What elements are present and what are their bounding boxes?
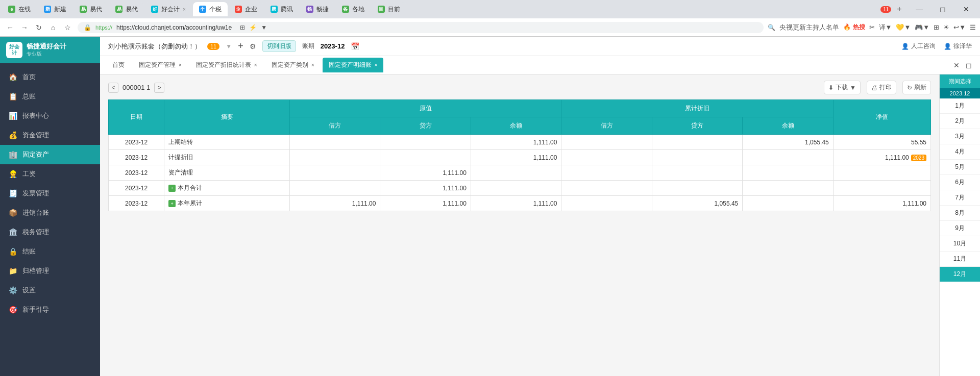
forward-button[interactable]: → xyxy=(18,21,31,34)
switch-version-button[interactable]: 切到旧版 xyxy=(262,40,296,52)
sidebar-item-archive[interactable]: 📁归档管理 xyxy=(0,261,100,281)
period-month-11月[interactable]: 11月 xyxy=(940,252,980,267)
reload-button[interactable]: ↻ xyxy=(33,21,45,34)
sidebar-item-funds[interactable]: 💰资金管理 xyxy=(0,126,100,145)
sidebar-item-closing[interactable]: 🔒结账 xyxy=(0,242,100,261)
new-tab-button[interactable]: + xyxy=(892,2,906,16)
add-account-button[interactable]: + xyxy=(238,41,243,52)
dropdown-icon[interactable]: ▼ xyxy=(261,24,267,31)
sidebar-item-home[interactable]: 🏠首页 xyxy=(0,67,100,87)
browser-tab-t8[interactable]: 腾腾讯 xyxy=(264,2,299,16)
table-toolbar: < 000001 1 > ⬇ 下载 ▼ 🖨 打印 xyxy=(108,81,931,94)
period-month-12月[interactable]: 12月 xyxy=(940,267,980,282)
browser-tab-t10[interactable]: 各各地 xyxy=(336,2,371,16)
period-month-3月[interactable]: 3月 xyxy=(940,129,980,144)
close-browser-button[interactable]: ✕ xyxy=(954,0,978,18)
page-tab-close-icon[interactable]: × xyxy=(375,62,378,68)
sidebar-item-ledger[interactable]: 📋总账 xyxy=(0,87,100,106)
browser-tab-t2[interactable]: 新新建 xyxy=(38,2,72,16)
sidebar-navigation: 🏠首页📋总账📊报表中心💰资金管理🏢固定资产👷工资🧾发票管理📦进销台账🏛️税务管理… xyxy=(0,63,100,376)
table-cell: 上期结转 xyxy=(164,135,290,150)
table-cell xyxy=(561,150,652,165)
period-month-9月[interactable]: 9月 xyxy=(940,221,980,236)
menu-icon[interactable]: ☰ xyxy=(970,23,976,31)
minimize-button[interactable]: — xyxy=(908,0,931,18)
page-tab-close-icon[interactable]: × xyxy=(179,62,182,68)
restore-button[interactable]: ◻ xyxy=(931,0,954,18)
undo-icon[interactable]: ↩▼ xyxy=(953,23,966,31)
download-dropdown-icon: ▼ xyxy=(850,84,856,91)
back-button[interactable]: ← xyxy=(4,21,16,34)
col-depreciation: 累计折旧 xyxy=(561,100,833,117)
table-cell xyxy=(380,150,471,165)
sidebar-item-guide[interactable]: 🎯新手引导 xyxy=(0,300,100,319)
browser-tab-t4[interactable]: 易易代 xyxy=(109,2,144,16)
translate-icon[interactable]: 译▼ xyxy=(879,23,892,32)
page-tab-asset-category[interactable]: 固定资产类别× xyxy=(265,58,321,72)
period-month-7月[interactable]: 7月 xyxy=(940,190,980,206)
settings-button[interactable]: ⚙ xyxy=(250,42,256,51)
closing-icon: 🔒 xyxy=(8,247,17,256)
browser-tab-t3[interactable]: 易易代 xyxy=(74,2,108,16)
ledger-icon: 📋 xyxy=(8,92,17,101)
table-cell: 2023-12 xyxy=(109,196,164,211)
sidebar-item-invoice[interactable]: 🧾发票管理 xyxy=(0,184,100,203)
period-month-10月[interactable]: 10月 xyxy=(940,236,980,252)
customer-service-button[interactable]: 👤 人工咨询 xyxy=(901,42,936,51)
tab-collapse-button[interactable]: ✕ xyxy=(951,60,962,70)
browser-tab-t11[interactable]: 目目前 xyxy=(372,2,406,16)
grid-icon[interactable]: ⊞ xyxy=(934,23,939,31)
page-tab-asset-detail[interactable]: 固定资产明细账× xyxy=(323,58,384,72)
url-display[interactable]: https://cloud.chanjet.com/accounting/uw1… xyxy=(116,24,232,31)
sidebar-item-salary[interactable]: 👷工资 xyxy=(0,164,100,184)
page-tab-close-icon[interactable]: × xyxy=(254,62,257,68)
page-tab-fixed-asset-mgmt[interactable]: 固定资产管理× xyxy=(133,58,188,72)
table-row: 2023-12+本年累计1,111.001,111.001,111.001,05… xyxy=(109,196,931,211)
tab-close-icon[interactable]: × xyxy=(183,7,186,12)
period-month-6月[interactable]: 6月 xyxy=(940,175,980,190)
prev-page-button[interactable]: < xyxy=(108,83,118,93)
page-tab-depreciation-stats[interactable]: 固定资产折旧统计表× xyxy=(190,58,263,72)
bookmark-button[interactable]: ☆ xyxy=(61,21,74,34)
tab-expand-button[interactable]: ◻ xyxy=(964,60,974,70)
next-page-button[interactable]: > xyxy=(154,83,164,93)
browser-tab-t6[interactable]: 个个税 xyxy=(193,2,228,16)
home-button[interactable]: ⌂ xyxy=(47,21,59,34)
sidebar-item-settings[interactable]: ⚙️设置 xyxy=(0,281,100,300)
summary-expand-icon[interactable]: + xyxy=(168,185,176,192)
service-icon: 👤 xyxy=(901,43,909,50)
summary-expand-icon[interactable]: + xyxy=(168,200,176,207)
download-button[interactable]: ⬇ 下载 ▼ xyxy=(824,81,861,94)
tab-label: 个税 xyxy=(209,5,222,14)
scissors-icon[interactable]: ✂ xyxy=(869,23,875,31)
browser-tab-t1[interactable]: e在线 xyxy=(2,2,37,16)
sidebar-item-reports[interactable]: 📊报表中心 xyxy=(0,106,100,126)
period-month-8月[interactable]: 8月 xyxy=(940,206,980,221)
tab-favicon: 易 xyxy=(115,6,122,13)
browser-tab-t7[interactable]: 企企业 xyxy=(229,2,263,16)
period-month-2月[interactable]: 2月 xyxy=(940,114,980,129)
page-tab-close-icon[interactable]: × xyxy=(311,62,314,68)
sidebar-item-fixed-assets[interactable]: 🏢固定资产 xyxy=(0,145,100,164)
sidebar-item-tax[interactable]: 🏛️税务管理 xyxy=(0,222,100,242)
app-edition: 专业版 xyxy=(27,51,66,58)
sidebar-item-label: 资金管理 xyxy=(22,131,49,140)
calendar-icon[interactable]: 📅 xyxy=(351,42,359,51)
sidebar-item-purchase-sales[interactable]: 📦进销台账 xyxy=(0,203,100,222)
sidebar-item-label: 固定资产 xyxy=(22,150,49,159)
dropdown-arrow[interactable]: ▼ xyxy=(226,43,232,50)
period-month-1月[interactable]: 1月 xyxy=(940,98,980,114)
table-cell: 2023-12 xyxy=(109,181,164,196)
page-tab-home-tab[interactable]: 首页 xyxy=(106,58,131,72)
print-button[interactable]: 🖨 打印 xyxy=(867,81,896,94)
period-month-5月[interactable]: 5月 xyxy=(940,160,980,175)
hot-search-label[interactable]: 🔥 热搜 xyxy=(843,23,865,32)
browser-tab-t9[interactable]: 畅畅捷 xyxy=(300,2,335,16)
refresh-button[interactable]: ↻ 刷新 xyxy=(902,81,931,94)
brightness-icon[interactable]: ☀ xyxy=(943,23,949,31)
game-icon[interactable]: 🎮▼ xyxy=(915,23,929,31)
user-button[interactable]: 👤 徐泽华 xyxy=(944,42,972,51)
period-month-4月[interactable]: 4月 xyxy=(940,144,980,160)
browser-tab-t5[interactable]: 好好会计× xyxy=(145,2,192,16)
wallet-icon[interactable]: 💛▼ xyxy=(896,23,911,31)
